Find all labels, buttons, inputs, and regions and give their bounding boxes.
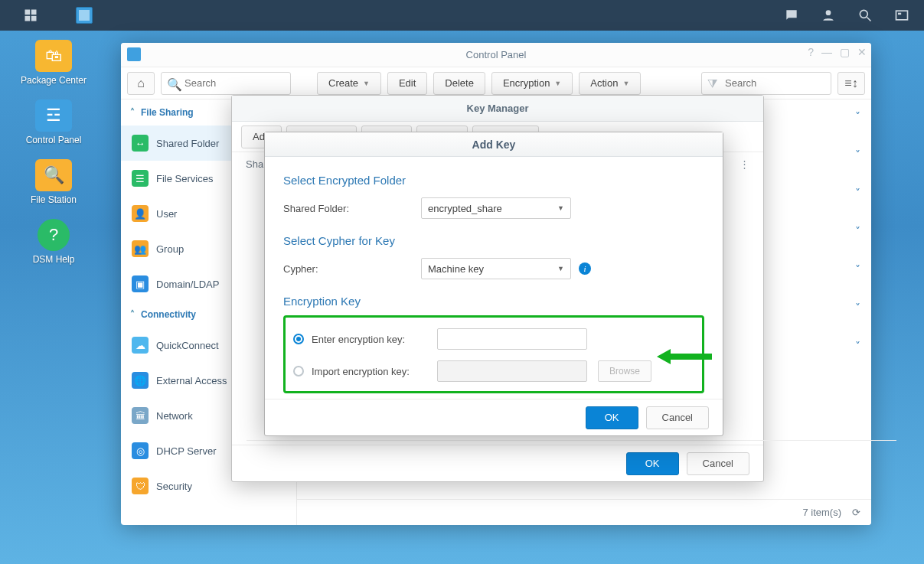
user-icon[interactable] [811, 0, 846, 31]
search-wrap: 🔍 [161, 72, 291, 95]
package-icon: 🛍 [35, 40, 72, 72]
radio-import-key[interactable] [293, 366, 304, 377]
add-key-dialog: Add Key Select Encrypted Folder Shared F… [264, 132, 723, 436]
shield-icon: 🛡 [132, 478, 149, 494]
svg-rect-8 [898, 13, 901, 15]
chevron-down-icon[interactable]: ˅ [855, 110, 860, 122]
label: Package Center [21, 75, 87, 86]
label: DSM Help [33, 254, 75, 265]
cancel-button[interactable]: Cancel [646, 406, 709, 429]
chevron-down-icon: ▼ [557, 265, 564, 272]
desktop-icons: 🛍Package Center ☲Control Panel 🔍File Sta… [0, 40, 107, 265]
ok-button[interactable]: OK [586, 406, 638, 429]
help-button[interactable]: ? [808, 46, 814, 58]
label: File Station [31, 194, 77, 205]
funnel-icon: ⧩ [707, 77, 717, 91]
settings-button[interactable]: ≡↕ [837, 72, 865, 95]
controls-icon: ☲ [35, 99, 72, 132]
group-icon: 👥 [132, 240, 149, 257]
chat-icon[interactable] [774, 0, 809, 31]
import-key-label: Import encryption key: [312, 366, 429, 377]
chevron-up-icon: ˄ [130, 309, 135, 320]
svg-point-4 [826, 10, 831, 15]
search-icon[interactable] [847, 0, 883, 31]
help-icon: ? [38, 219, 70, 251]
maximize-button[interactable]: ▢ [840, 46, 850, 58]
highlight-box: Enter encryption key: Import encryption … [283, 315, 704, 393]
chevron-down-icon[interactable]: ˅ [855, 263, 860, 275]
window-app-icon [127, 47, 141, 61]
section-select-cypher: Select Cypher for Key [283, 234, 704, 247]
filter-input[interactable] [701, 72, 831, 95]
widgets-icon[interactable] [884, 0, 919, 31]
filter-wrap: ⧩ [701, 72, 831, 95]
action-button[interactable]: Action▼ [579, 72, 641, 95]
task-app-control-panel[interactable] [58, 0, 110, 31]
annotation-arrow [657, 346, 712, 367]
window-title: Control Panel [466, 49, 527, 60]
svg-rect-2 [25, 16, 31, 21]
svg-rect-3 [31, 16, 37, 21]
close-button[interactable]: ✕ [857, 46, 867, 58]
app-icon [76, 7, 93, 24]
globe-icon: 🌐 [132, 372, 149, 389]
minimize-button[interactable]: — [821, 46, 832, 58]
browse-button: Browse [598, 360, 651, 382]
cypher-label: Cypher: [283, 263, 421, 275]
chevron-up-icon: ˄ [130, 107, 135, 118]
encryption-button[interactable]: Encryption▼ [491, 72, 573, 95]
chevron-down-icon[interactable]: ˅ [855, 187, 860, 199]
titlebar: Control Panel ? — ▢ ✕ [121, 43, 871, 67]
desktop-package-center[interactable]: 🛍Package Center [11, 40, 96, 86]
chevron-down-icon[interactable]: ˅ [855, 148, 860, 161]
delete-button[interactable]: Delete [433, 72, 485, 95]
search-icon: 🔍 [167, 77, 182, 92]
desktop-control-panel[interactable]: ☲Control Panel [11, 99, 96, 145]
dialog-title: Key Manager [232, 96, 763, 122]
ldap-icon: ▣ [132, 275, 149, 292]
edit-button[interactable]: Edit [387, 72, 427, 95]
chevron-down-icon: ▼ [363, 80, 370, 87]
desktop-file-station[interactable]: 🔍File Station [11, 159, 96, 205]
info-icon[interactable]: i [579, 262, 591, 275]
svg-rect-0 [25, 10, 31, 15]
chevron-down-icon[interactable]: ˅ [855, 340, 860, 352]
dhcp-icon: ◎ [132, 442, 149, 459]
label: Control Panel [26, 135, 82, 145]
cypher-select[interactable]: Machine key▼ [421, 258, 571, 279]
network-icon: 🏛 [132, 407, 149, 424]
chevron-down-icon: ▼ [557, 204, 564, 212]
import-key-input [437, 360, 587, 382]
statusbar: 7 item(s) ⟳ [297, 499, 871, 525]
svg-rect-7 [896, 11, 908, 20]
enter-key-input[interactable] [437, 328, 587, 350]
expand-chevrons: ˅ ˅ ˅ ˅ ˅ ˅ ˅ [855, 110, 860, 352]
svg-marker-9 [657, 349, 712, 364]
radio-enter-key[interactable] [293, 334, 304, 344]
desktop-dsm-help[interactable]: ?DSM Help [11, 219, 96, 265]
column-menu-icon[interactable]: ⋮ [740, 158, 749, 170]
shared-folder-label: Shared Folder: [283, 203, 421, 214]
chevron-down-icon[interactable]: ˅ [855, 225, 860, 237]
file-services-icon: ☰ [132, 170, 149, 187]
km-cancel-button[interactable]: Cancel [687, 452, 749, 475]
section-select-encrypted-folder: Select Encrypted Folder [283, 174, 704, 187]
item-count: 7 item(s) [802, 507, 841, 518]
enter-key-label: Enter encryption key: [312, 334, 429, 345]
folder-share-icon: ↔ [132, 135, 149, 152]
dialog-title: Add Key [265, 132, 723, 157]
cloud-icon: ☁ [132, 337, 149, 354]
home-button[interactable]: ⌂ [127, 72, 155, 95]
svg-rect-1 [31, 10, 37, 15]
main-menu-button[interactable] [5, 0, 57, 31]
chevron-down-icon[interactable]: ˅ [855, 302, 860, 314]
svg-line-6 [867, 18, 871, 21]
taskbar [0, 0, 924, 31]
svg-point-5 [860, 10, 867, 18]
km-ok-button[interactable]: OK [626, 452, 679, 475]
divider-line [247, 440, 896, 441]
shared-folder-select[interactable]: encrypted_share▼ [421, 197, 571, 219]
reload-button[interactable]: ⟳ [852, 507, 860, 518]
create-button[interactable]: Create▼ [317, 72, 381, 95]
folder-icon: 🔍 [35, 159, 72, 191]
